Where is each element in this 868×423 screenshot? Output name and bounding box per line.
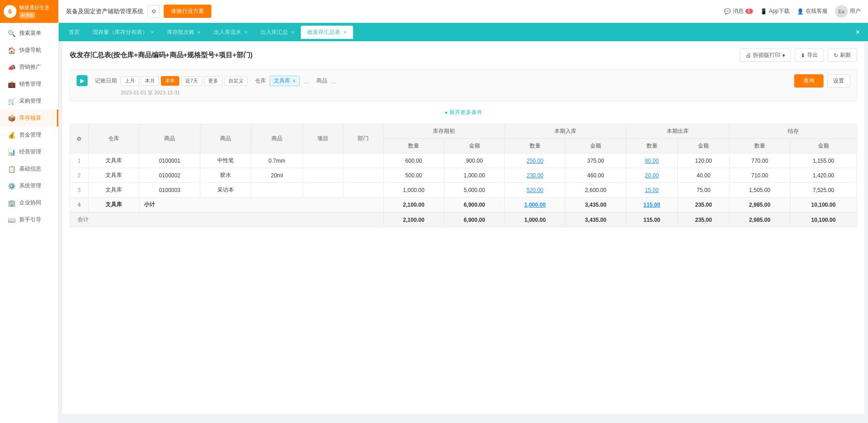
sidebar-item-basic[interactable]: 📋 基础信息 — [0, 160, 58, 177]
sidebar-item-guide[interactable]: 📖 新手引导 — [0, 211, 58, 228]
table-row: 3 文具库 0100003 采访本 1,000.00 5,000.00 520.… — [70, 183, 857, 198]
service-icon: 👤 — [797, 8, 804, 15]
goods-filter-more[interactable]: ... — [331, 77, 337, 85]
table-settings-icon[interactable]: ⚙ — [70, 124, 88, 154]
total-out-amt: 235.00 — [678, 212, 730, 227]
page-header: 收发存汇总表(按仓库+商品编码+商品+规格型号+项目+部门) 🖨 拆损版打印 ▾… — [70, 49, 857, 62]
row-code: 0100003 — [139, 183, 200, 198]
quick-icon: 🏠 — [7, 47, 16, 54]
sidebar: 6 畅捷通好生意 标准版 🔍 搜索菜单 🏠 快捷导航 📣 营销推广 💼 销售管理… — [0, 0, 59, 423]
tab-close-icon[interactable]: ✕ — [197, 30, 201, 35]
sidebar-item-operation[interactable]: 📊 经营管理 — [0, 143, 58, 160]
system-name: 装备及固定资产辅助管理系统 — [66, 7, 144, 16]
warehouse-tag: 文具库 ✕ — [270, 76, 300, 86]
table-row: 1 文具库 0100001 中性笔 0.7mm 600.00 900.00 25… — [70, 154, 857, 168]
tab-inout-summary[interactable]: 出入库汇总 ✕ — [254, 26, 301, 39]
sidebar-item-label: 搜索菜单 — [19, 29, 41, 37]
col-out-period: 本期出库 — [626, 124, 729, 139]
warehouse-filter-more[interactable]: ... — [304, 77, 309, 85]
date-filter: 记账日期 上月 本月 本年 近7天 更多 自定义 — [95, 76, 248, 86]
sales-icon: 💼 — [7, 81, 16, 88]
subtotal-label: 小计 — [139, 198, 383, 213]
sidebar-item-purchase[interactable]: 🛒 采购管理 — [0, 93, 58, 110]
subtotal-out-amt: 235.00 — [678, 198, 730, 213]
tab-label: 现存量（库存分布表） — [93, 28, 148, 36]
date-filter-label: 记账日期 — [95, 77, 117, 85]
expand-conditions-button[interactable]: ▾ 展开更多条件 — [441, 107, 486, 118]
row-out-amt: 40.00 — [678, 168, 730, 183]
logo-icon: 6 — [4, 5, 17, 18]
tab-receive-summary[interactable]: 收发存汇总表 ✕ — [301, 26, 353, 39]
date-last-month[interactable]: 上月 — [121, 76, 139, 86]
marketing-icon: 📣 — [7, 64, 16, 71]
warehouse-tag-close[interactable]: ✕ — [292, 78, 296, 83]
online-service-action[interactable]: 👤 在线客服 — [797, 7, 828, 15]
refresh-icon: ↻ — [834, 52, 838, 59]
row-num: 3 — [70, 183, 88, 198]
row-name: 胶水 — [200, 168, 251, 183]
row-out-qty[interactable]: 20.00 — [626, 168, 678, 183]
row-in-qty[interactable]: 250.00 — [505, 154, 565, 168]
date-this-month[interactable]: 本月 — [141, 76, 159, 86]
message-badge: 6 — [746, 9, 753, 14]
tab-close-icon[interactable]: ✕ — [343, 30, 347, 35]
sidebar-item-inventory[interactable]: 📦 库存核算 — [0, 110, 58, 126]
col-spec: 商品 — [251, 124, 303, 154]
app-download-action[interactable]: 📱 App下载 — [760, 7, 790, 15]
sidebar-item-corp[interactable]: 🏢 企业协同 — [0, 194, 58, 211]
sidebar-item-label: 企业协同 — [19, 199, 41, 207]
system-icon: ⚙️ — [7, 182, 16, 190]
sidebar-item-sales[interactable]: 💼 销售管理 — [0, 76, 58, 93]
row-init-amt: 900.00 — [444, 154, 504, 168]
filter-toggle-button[interactable]: ▶ — [77, 75, 88, 86]
sidebar-item-system[interactable]: ⚙️ 系统管理 — [0, 177, 58, 194]
print-button[interactable]: 🖨 拆损版打印 ▾ — [740, 49, 791, 62]
row-in-qty[interactable]: 520.00 — [505, 183, 565, 198]
row-spec: 0.7mm — [251, 154, 303, 168]
date-7days[interactable]: 近7天 — [181, 76, 202, 86]
message-action[interactable]: 💬 消息 6 — [724, 7, 753, 15]
tab-close-icon[interactable]: ✕ — [291, 30, 294, 35]
sidebar-item-quick[interactable]: 🏠 快捷导航 — [0, 42, 58, 59]
close-all-tabs-button[interactable]: ✕ — [851, 27, 864, 38]
refresh-button[interactable]: ↻ 刷新 — [828, 49, 857, 62]
tab-inout-flow[interactable]: 出入库流水 ✕ — [207, 26, 254, 39]
export-button[interactable]: ⬇ 导出 — [795, 49, 824, 62]
message-icon: 💬 — [724, 8, 731, 15]
expand-icon: ▾ — [445, 110, 448, 116]
tab-home[interactable]: 首页 — [62, 26, 86, 39]
row-out-qty[interactable]: 15.00 — [626, 183, 678, 198]
row-num: 1 — [70, 154, 88, 168]
sidebar-item-finance[interactable]: 💰 资金管理 — [0, 126, 58, 143]
row-warehouse: 文具库 — [88, 154, 139, 168]
row-dept — [343, 154, 383, 168]
logo-tag: 标准版 — [19, 12, 35, 19]
basic-icon: 📋 — [7, 165, 16, 173]
col-code: 商品 — [139, 124, 200, 154]
tab-close-icon[interactable]: ✕ — [244, 30, 248, 35]
subtotal-init-amt: 6,900.00 — [444, 198, 504, 213]
settings-button[interactable]: ⚙ — [147, 5, 160, 18]
set-button[interactable]: 设置 — [827, 74, 850, 88]
user-action[interactable]: Ea 用户 — [835, 5, 861, 18]
row-in-qty[interactable]: 230.00 — [505, 168, 565, 183]
query-button[interactable]: 查询 — [794, 74, 824, 88]
page-title: 收发存汇总表(按仓库+商品编码+商品+规格型号+项目+部门) — [70, 51, 253, 60]
sidebar-item-label: 快捷导航 — [19, 46, 41, 54]
subtotal-bal-qty: 2,985.00 — [730, 198, 790, 213]
tab-batch[interactable]: 库存批次账 ✕ — [160, 26, 207, 39]
date-this-year[interactable]: 本年 — [161, 76, 179, 86]
tab-close-icon[interactable]: ✕ — [150, 30, 154, 35]
sidebar-item-label: 系统管理 — [19, 182, 41, 190]
row-out-qty[interactable]: 80.00 — [626, 154, 678, 168]
sidebar-item-marketing[interactable]: 📣 营销推广 — [0, 59, 58, 76]
goods-filter-label: 商品 — [316, 77, 327, 85]
tab-label: 库存批次账 — [167, 28, 194, 36]
date-custom[interactable]: 自定义 — [224, 76, 248, 86]
sidebar-item-search[interactable]: 🔍 搜索菜单 — [0, 25, 58, 42]
finance-icon: 💰 — [7, 132, 16, 139]
tab-stock-dist[interactable]: 现存量（库存分布表） ✕ — [86, 26, 160, 39]
trial-button[interactable]: 体验行业方案 — [164, 5, 211, 18]
total-init-qty: 2,100.00 — [383, 212, 444, 227]
date-more[interactable]: 更多 — [204, 76, 222, 86]
